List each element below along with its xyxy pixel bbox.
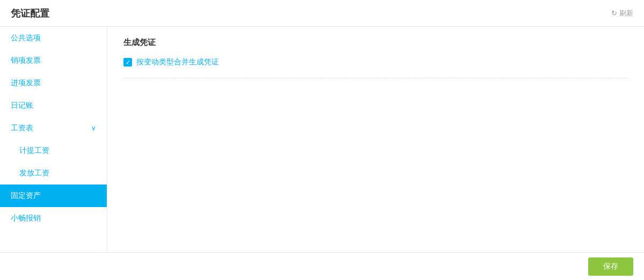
checkbox-row: ✓ 按变动类型合并生成凭证 xyxy=(123,57,628,67)
checkmark-icon: ✓ xyxy=(126,60,130,65)
refresh-icon: ↻ xyxy=(611,9,617,17)
sidebar-item-payroll-table[interactable]: 工资表∨ xyxy=(0,117,107,139)
footer: 保存 xyxy=(0,252,644,280)
sidebar-item-fixed-assets[interactable]: 固定资产 xyxy=(0,185,107,207)
save-button[interactable]: 保存 xyxy=(588,257,633,276)
sidebar-item-commission-payroll[interactable]: 计提工资 xyxy=(0,139,107,162)
header: 凭证配置 ↻ 刷新 xyxy=(0,0,644,27)
page-wrapper: 凭证配置 ↻ 刷新 公共选项销项发票进项发票日记账工资表∨计提工资发放工资固定资… xyxy=(0,0,644,280)
sidebar-item-label: 工资表 xyxy=(11,123,33,133)
sidebar-item-label: 计提工资 xyxy=(19,146,49,156)
divider xyxy=(123,78,628,78)
sidebar-item-label: 进项发票 xyxy=(11,78,41,88)
sidebar-item-label: 发放工资 xyxy=(19,168,49,178)
sidebar-item-journal[interactable]: 日记账 xyxy=(0,94,107,117)
refresh-label: 刷新 xyxy=(619,9,633,18)
chevron-down-icon: ∨ xyxy=(91,124,96,132)
sidebar-item-label: 销项发票 xyxy=(11,56,41,65)
sidebar-item-label: 日记账 xyxy=(11,101,33,110)
sidebar-item-label: 固定资产 xyxy=(11,191,41,201)
sidebar-item-sales-invoice[interactable]: 销项发票 xyxy=(0,49,107,72)
refresh-button[interactable]: ↻ 刷新 xyxy=(611,9,633,18)
main-content: 生成凭证 ✓ 按变动类型合并生成凭证 xyxy=(107,27,644,252)
sidebar-item-distribute-payroll[interactable]: 发放工资 xyxy=(0,162,107,185)
sidebar-item-expense-report[interactable]: 小畅报销 xyxy=(0,207,107,230)
sidebar-item-label: 小畅报销 xyxy=(11,213,41,223)
checkbox-label: 按变动类型合并生成凭证 xyxy=(136,57,219,67)
sidebar: 公共选项销项发票进项发票日记账工资表∨计提工资发放工资固定资产小畅报销 xyxy=(0,27,107,252)
section-title: 生成凭证 xyxy=(123,38,628,48)
content-area: 公共选项销项发票进项发票日记账工资表∨计提工资发放工资固定资产小畅报销 生成凭证… xyxy=(0,27,644,252)
merge-by-type-checkbox[interactable]: ✓ xyxy=(123,58,132,67)
sidebar-item-public[interactable]: 公共选项 xyxy=(0,27,107,49)
page-title: 凭证配置 xyxy=(11,7,49,20)
sidebar-item-purchase-invoice[interactable]: 进项发票 xyxy=(0,72,107,94)
sidebar-item-label: 公共选项 xyxy=(11,33,41,43)
